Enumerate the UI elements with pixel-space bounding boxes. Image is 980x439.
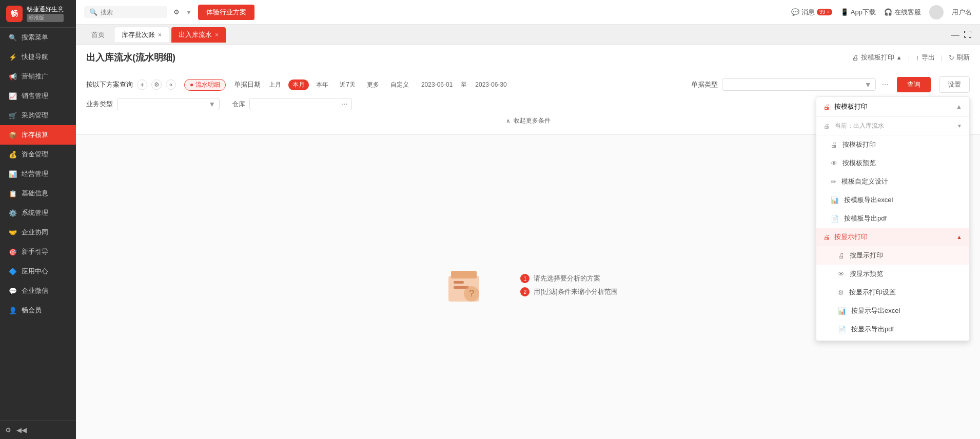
date-tab-this-year[interactable]: 本年 [312,79,332,90]
main-content: 🔍 ⚙ ▼ 体验行业方案 💬 消息 99 + 📱 App下载 🎧 在线客服 用户… [76,0,980,439]
date-range-start: 2023-06-01 [421,81,453,88]
print-template-btn[interactable]: 🖨 按模板打印 ▲ [852,53,902,62]
empty-icon: ? [438,261,489,313]
gear-icon: ⚙️ [8,208,17,217]
sidebar-item-member[interactable]: 👤 畅会员 [0,301,76,320]
date-label: 单据日期 [234,80,261,89]
dropdown-section-display-print[interactable]: 🖨 按显示打印 ▲ [816,228,969,246]
topbar-dropdown-icon[interactable]: ▼ [186,9,192,16]
business-type-dropdown-icon[interactable]: ▼ [208,100,215,108]
doc-type-label: 单据类型 [691,80,718,89]
page-title: 出入库流水(流水明细) [86,51,175,64]
target-icon: 🎯 [8,247,17,256]
pdf-icon-1: 📄 [831,215,839,223]
filter-settings-action-btn[interactable]: 设置 [939,76,970,93]
doc-type-input[interactable] [722,78,876,91]
dropdown-item-template-preview[interactable]: 👁 按模板预览 [816,154,969,172]
tab-batch-account[interactable]: 库存批次账 × [114,27,169,43]
dropdown-close-arrow[interactable]: ▲ [956,103,962,110]
export-btn[interactable]: ↑ 导出 [916,53,935,62]
sidebar-item-system[interactable]: ⚙️ 系统管理 [0,203,76,223]
filter-collapse-btn[interactable]: « [166,79,176,90]
refresh-btn[interactable]: ↻ 刷新 [949,53,970,62]
dropdown-item-template-excel[interactable]: 📊 按模板导出excel [816,191,969,209]
filter-settings-btn[interactable]: ⚙ [151,79,162,90]
date-tab-this-month[interactable]: 本月 [288,79,309,90]
online-service-btn[interactable]: 🎧 在线客服 [884,8,921,17]
doc-type-more-icon[interactable]: ··· [882,80,889,89]
empty-step-1: 1 请先选择要分析的方案 [520,274,617,283]
minimize-window-btn[interactable]: — [951,30,959,39]
preview-icon-2: 👁 [838,270,845,278]
dropdown-item-template-pdf[interactable]: 📄 按模板导出pdf [816,209,969,228]
topbar-right: 💬 消息 99 + 📱 App下载 🎧 在线客服 用户名 [791,5,972,19]
sidebar-item-guide[interactable]: 🎯 新手引导 [0,242,76,262]
page-actions: 🖨 按模板打印 ▲ | ↑ 导出 | ↻ 刷新 [852,53,970,62]
sidebar-item-basic[interactable]: 📋 基础信息 [0,184,76,203]
date-tab-custom[interactable]: 自定义 [386,79,413,90]
filter-row-1: 按以下方案查询 + ⚙ « ● 流水明细 单据日期 上月 本月 本年 [86,76,970,93]
messages-btn[interactable]: 💬 消息 99 + [791,8,832,17]
money-icon: 💰 [8,150,17,159]
collapse-icon[interactable]: ◀◀ [16,426,27,434]
dropdown-item-display-excel[interactable]: 📊 按显示导出excel [816,302,969,320]
date-tab-7days[interactable]: 近7天 [336,79,360,90]
sidebar-item-purchase[interactable]: 🛒 采购管理 [0,106,76,125]
tab-home[interactable]: 首页 [84,27,112,43]
date-filter-field: 单据日期 上月 本月 本年 近7天 更多 自定义 2023-06-01 至 20… [234,79,506,90]
app-download-btn[interactable]: 📱 App下载 [840,8,876,17]
tab-inout-flow[interactable]: 出入库流水 × [171,27,226,43]
chart-icon: 📈 [8,91,17,101]
sidebar-item-sales[interactable]: 📈 销售管理 [0,86,76,106]
handshake-icon: 🤝 [8,228,17,237]
user-avatar[interactable] [929,5,944,19]
settings-bottom-icon[interactable]: ⚙ [5,426,11,434]
dropdown-item-display-pdf[interactable]: 📄 按显示导出pdf [816,320,969,338]
warehouse-more-icon[interactable]: ··· [341,99,348,109]
pdf-icon-2: 📄 [838,326,846,333]
dropdown-item-display-print[interactable]: 🖨 按显示打印 [816,246,969,265]
excel-icon-2: 📊 [838,307,846,315]
close-tab-inout[interactable]: × [215,31,219,38]
diamond-icon: 🔷 [8,267,17,276]
tab-bar: 首页 库存批次账 × 出入库流水 × — ⛶ [76,25,980,45]
topbar-settings-icon[interactable]: ⚙ [173,8,180,16]
industry-btn[interactable]: 体验行业方案 [198,5,254,20]
sidebar-item-quick-nav[interactable]: ⚡ 快捷导航 [0,47,76,67]
print-dropdown-panel: 🖨 按模板打印 ▲ 🖨 当前：出入库流水 ▼ 🖨 按模板打印 👁 [816,96,970,341]
sidebar-item-finance[interactable]: 💰 资金管理 [0,145,76,164]
sidebar-item-wechat[interactable]: 💬 企业微信 [0,281,76,301]
dropdown-item-display-preview[interactable]: 👁 按显示预览 [816,265,969,283]
refresh-icon: ↻ [949,54,954,62]
sidebar-item-search[interactable]: 🔍 搜索菜单 [0,28,76,47]
warehouse-input[interactable] [249,98,352,110]
current-arrow: ▼ [957,123,962,129]
dropdown-item-template-print[interactable]: 🖨 按模板打印 [816,135,969,154]
dropdown-item-display-settings[interactable]: ⚙ 按显示打印设置 [816,283,969,302]
query-btn[interactable]: 查询 [897,77,931,92]
chat-icon: 💬 [8,286,17,295]
date-tab-last-month[interactable]: 上月 [265,79,285,90]
dropdown-item-template-custom[interactable]: ✏ 模板自定义设计 [816,172,969,191]
chevron-up-collapse-icon: ∧ [506,117,511,125]
doc-type-dropdown-icon[interactable]: ▼ [865,81,872,89]
sidebar-item-marketing[interactable]: 📢 营销推广 [0,67,76,86]
add-filter-btn[interactable]: + [137,79,147,90]
sidebar-item-cooperation[interactable]: 🤝 企业协同 [0,223,76,242]
close-tab-batch[interactable]: × [158,31,162,38]
sidebar-item-inventory[interactable]: 📦 库存核算 [0,125,76,145]
search-input[interactable] [101,9,162,16]
search-icon-top: 🔍 [89,8,97,16]
search-box[interactable]: 🔍 [84,6,167,18]
sidebar-item-apps[interactable]: 🔷 应用中心 [0,262,76,281]
warehouse-label: 仓库 [232,99,245,109]
sidebar-nav: 🔍 搜索菜单 ⚡ 快捷导航 📢 营销推广 📈 销售管理 🛒 采购管理 📦 库存核… [0,28,76,421]
business-type-input[interactable] [117,98,220,110]
maximize-window-btn[interactable]: ⛶ [964,30,972,39]
preview-icon-1: 👁 [831,159,837,167]
export-icon: ↑ [916,54,919,62]
sidebar: 畅 畅捷通好生意 标准版 🔍 搜索菜单 ⚡ 快捷导航 📢 营销推广 📈 销售管理… [0,0,76,439]
filter-tag-shuimingxi[interactable]: ● 流水明细 [184,79,226,91]
date-tab-more[interactable]: 更多 [363,79,383,90]
sidebar-item-operation[interactable]: 📊 经营管理 [0,164,76,184]
